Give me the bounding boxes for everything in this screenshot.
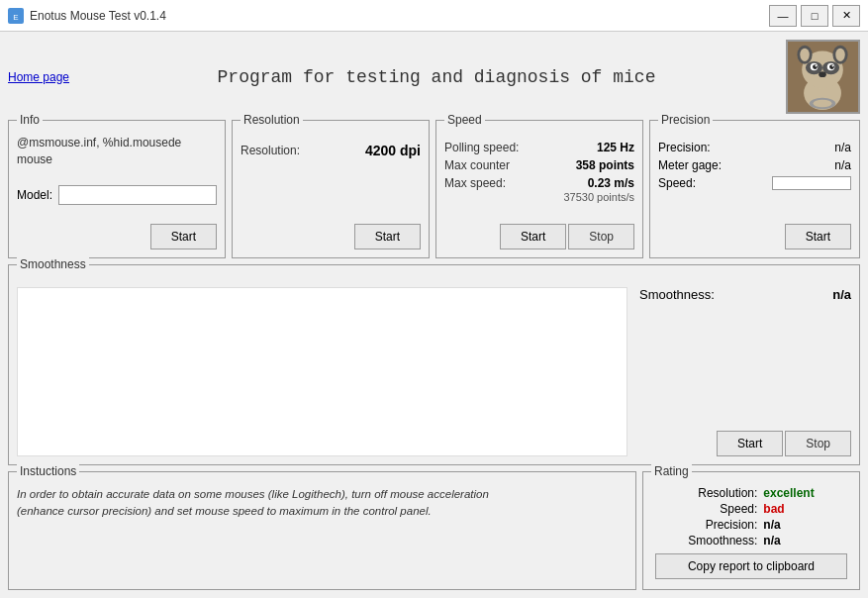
- rating-smoothness-value: n/a: [763, 534, 814, 548]
- max-speed-label: Max speed:: [444, 176, 506, 190]
- smoothness-start-button[interactable]: Start: [717, 431, 783, 456]
- speed-start-button[interactable]: Start: [500, 224, 566, 249]
- maximize-button[interactable]: □: [801, 5, 828, 27]
- speed-btn-row: Start Stop: [444, 224, 634, 249]
- polling-value: 125 Hz: [597, 141, 634, 154]
- precision-panel: Precision Precision: n/a Meter gage: n/a…: [649, 120, 860, 258]
- rating-panel: Rating Resolution: excellent Speed: bad …: [642, 471, 860, 590]
- model-row: Model:: [17, 185, 217, 205]
- max-counter-label: Max counter: [444, 158, 510, 172]
- app-title: Program for testing and diagnosis of mic…: [87, 67, 786, 87]
- resolution-btn-row: Start: [241, 224, 421, 249]
- model-label: Model:: [17, 188, 52, 202]
- svg-point-7: [800, 49, 809, 61]
- panels-row-top: Info @msmouse.inf, %hid.mousede mouse Mo…: [8, 120, 860, 258]
- rating-grid: Resolution: excellent Speed: bad Precisi…: [651, 486, 851, 548]
- smoothness-value: n/a: [832, 287, 851, 302]
- speed-bar: [772, 176, 851, 190]
- svg-point-14: [829, 64, 834, 69]
- svg-point-19: [814, 100, 832, 108]
- rating-speed-value: bad: [763, 502, 814, 516]
- main-content: Home page Program for testing and diagno…: [0, 32, 868, 598]
- resolution-start-button[interactable]: Start: [354, 224, 421, 249]
- meter-gage-value: n/a: [834, 158, 851, 172]
- app-icon: E: [8, 8, 24, 24]
- lower-row: Smoothness Smoothness: n/a Start Stop: [8, 264, 860, 465]
- speed-panel-title: Speed: [444, 113, 485, 127]
- precision-speed-row: Speed:: [658, 176, 851, 190]
- resolution-label: Resolution:: [241, 144, 300, 157]
- svg-point-13: [813, 64, 818, 69]
- max-speed-sub: 37530 points/s: [444, 191, 634, 203]
- smoothness-stop-button[interactable]: Stop: [785, 431, 851, 456]
- rating-resolution-value: excellent: [763, 486, 814, 500]
- polling-row: Polling speed: 125 Hz: [444, 141, 634, 154]
- speed-panel: Speed Polling speed: 125 Hz Max counter …: [435, 120, 643, 258]
- smoothness-label: Smoothness:: [639, 287, 715, 302]
- max-counter-row: Max counter 358 points: [444, 158, 634, 172]
- window-title: Enotus Mouse Test v0.1.4: [30, 9, 769, 23]
- close-button[interactable]: ✕: [832, 5, 860, 27]
- raccoon-image: [786, 40, 860, 114]
- resolution-panel-title: Resolution: [241, 113, 303, 127]
- minimize-button[interactable]: —: [769, 5, 797, 27]
- instructions-text: In order to obtain accurate data on some…: [17, 486, 627, 521]
- info-panel-title: Info: [17, 113, 43, 127]
- window-controls: — □ ✕: [769, 5, 860, 27]
- meter-gage-row: Meter gage: n/a: [658, 158, 851, 172]
- rating-panel-title: Rating: [651, 464, 692, 478]
- precision-value: n/a: [834, 141, 851, 154]
- info-btn-row: Start: [17, 224, 217, 249]
- copy-report-button[interactable]: Copy report to clipboard: [655, 553, 847, 579]
- resolution-panel: Resolution Resolution: 4200 dpi Start: [232, 120, 430, 258]
- speed-stop-button[interactable]: Stop: [568, 224, 634, 249]
- info-panel: Info @msmouse.inf, %hid.mousede mouse Mo…: [8, 120, 226, 258]
- info-start-button[interactable]: Start: [150, 224, 217, 249]
- smoothness-right: Smoothness: n/a Start Stop: [633, 287, 851, 456]
- smoothness-panel: Smoothness Smoothness: n/a Start Stop: [8, 264, 860, 465]
- title-bar: E Enotus Mouse Test v0.1.4 — □ ✕: [0, 0, 868, 32]
- precision-label: Precision:: [658, 141, 711, 154]
- resolution-row: Resolution: 4200 dpi: [241, 143, 421, 158]
- smoothness-canvas: [17, 287, 627, 456]
- rating-speed-label: Speed:: [688, 502, 757, 516]
- max-speed-row: Max speed: 0.23 m/s: [444, 176, 634, 190]
- bottom-row: Instuctions In order to obtain accurate …: [8, 471, 860, 590]
- precision-row: Precision: n/a: [658, 141, 851, 154]
- svg-text:E: E: [13, 13, 18, 22]
- model-input[interactable]: [58, 185, 217, 205]
- meter-gage-label: Meter gage:: [658, 158, 722, 172]
- rating-smoothness-label: Smoothness:: [688, 534, 757, 548]
- precision-panel-title: Precision: [658, 113, 713, 127]
- svg-point-16: [831, 65, 833, 67]
- rating-precision-value: n/a: [763, 518, 814, 532]
- svg-point-15: [815, 65, 817, 67]
- max-speed-value: 0.23 m/s: [588, 176, 634, 190]
- home-link[interactable]: Home page: [8, 70, 87, 84]
- rating-resolution-label: Resolution:: [688, 486, 757, 500]
- instructions-panel-title: Instuctions: [17, 464, 79, 478]
- polling-label: Polling speed:: [444, 141, 519, 154]
- instructions-panel: Instuctions In order to obtain accurate …: [8, 471, 636, 590]
- smoothness-btn-row: Start Stop: [639, 431, 851, 456]
- rating-precision-label: Precision:: [688, 518, 757, 532]
- precision-btn-row: Start: [658, 224, 851, 249]
- precision-start-button[interactable]: Start: [785, 224, 851, 249]
- max-counter-value: 358 points: [576, 158, 634, 172]
- info-text: @msmouse.inf, %hid.mousede mouse: [17, 135, 217, 168]
- smoothness-panel-title: Smoothness: [17, 257, 89, 271]
- smoothness-value-row: Smoothness: n/a: [639, 287, 851, 302]
- resolution-value: 4200 dpi: [365, 143, 421, 158]
- svg-point-8: [835, 49, 844, 61]
- precision-speed-label: Speed:: [658, 176, 696, 190]
- svg-point-17: [819, 71, 826, 77]
- top-bar: Home page Program for testing and diagno…: [8, 40, 860, 114]
